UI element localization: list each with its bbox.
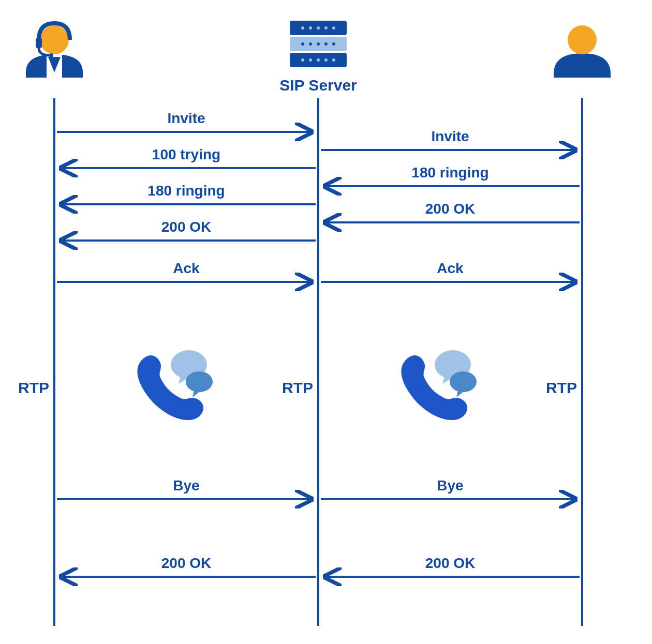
svg-point-22	[568, 25, 597, 54]
svg-point-17	[301, 42, 304, 46]
user-icon	[554, 25, 611, 78]
svg-point-12	[301, 58, 304, 62]
rtp-label: RTP	[282, 379, 313, 396]
sip-sequence-diagram: SIP Server Invite 100 trying 180 ringing…	[0, 0, 652, 644]
msg-label: 100 trying	[152, 146, 220, 162]
svg-point-11	[332, 26, 335, 29]
msg-label: Ack	[173, 260, 200, 276]
svg-point-19	[317, 42, 320, 46]
msg-label: 180 ringing	[411, 164, 488, 181]
svg-point-24	[186, 371, 213, 392]
msg-label: Invite	[431, 128, 469, 144]
phone-chat-icon	[401, 350, 477, 420]
phone-chat-icon	[137, 350, 213, 420]
svg-point-7	[301, 26, 304, 29]
msg-label: 200 OK	[425, 555, 476, 571]
msg-label: Bye	[173, 477, 199, 493]
right-messages: Invite 180 ringing 200 OK Ack	[321, 128, 580, 282]
rtp-label: RTP	[18, 379, 49, 396]
rtp-label: RTP	[546, 379, 577, 396]
left-messages: Invite 100 trying 180 ringing 200 OK Ack	[57, 110, 316, 282]
msg-label: 200 OK	[161, 555, 212, 571]
msg-label: 180 ringing	[147, 183, 225, 199]
svg-point-9	[317, 26, 320, 29]
svg-point-20	[324, 42, 328, 46]
svg-point-13	[309, 58, 312, 62]
svg-point-1	[40, 25, 69, 54]
left-bye-messages: Bye 200 OK	[57, 477, 316, 577]
svg-point-18	[309, 42, 312, 46]
msg-label: 200 OK	[161, 219, 212, 235]
right-bye-messages: Bye 200 OK	[321, 477, 580, 577]
svg-point-16	[332, 58, 335, 62]
svg-point-8	[309, 26, 312, 29]
msg-label: Invite	[167, 110, 205, 126]
svg-point-26	[450, 371, 477, 392]
msg-label: Bye	[437, 477, 463, 493]
agent-headset-icon	[26, 23, 83, 78]
server-icon	[290, 21, 347, 67]
svg-point-21	[332, 42, 335, 46]
svg-rect-2	[36, 38, 42, 48]
msg-label: Ack	[437, 260, 464, 276]
svg-point-3	[49, 53, 53, 57]
svg-point-10	[324, 26, 328, 29]
svg-point-14	[317, 58, 320, 62]
svg-point-15	[324, 58, 328, 62]
msg-label: 200 OK	[425, 201, 476, 217]
server-label: SIP Server	[279, 77, 357, 94]
